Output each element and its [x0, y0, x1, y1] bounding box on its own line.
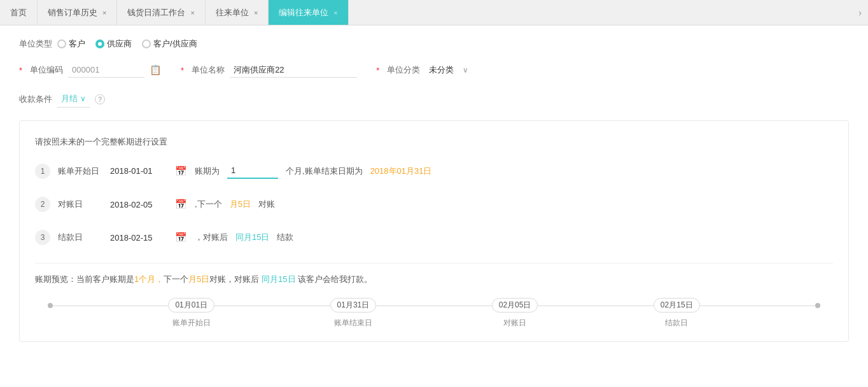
row-cal-1[interactable]: 📅 [175, 165, 187, 177]
preview-suffix: 该客户会给我打款。 [298, 274, 372, 284]
preview-h1: 1个月， [134, 274, 164, 284]
help-icon[interactable]: ? [95, 94, 105, 104]
tab-cashflow-close[interactable]: × [190, 9, 194, 17]
unit-category-label: 单位分类 [387, 64, 420, 76]
radio-customer-circle [57, 39, 66, 48]
unit-category-required: * [376, 66, 379, 75]
unit-name-label: 单位名称 [192, 64, 225, 76]
timeline-label-2: 账单结束日 [334, 318, 372, 328]
preview-m1: 下一个 [164, 274, 188, 284]
tab-sales-history-close[interactable]: × [102, 9, 106, 17]
row-num-1: 1 [35, 164, 50, 179]
timeline-label-3: 对账日 [503, 318, 526, 328]
unit-category-field: * 单位分类 未分类 ∨ [376, 64, 468, 76]
row-period-unit: 个月,账单结束日期为 [286, 165, 363, 177]
radio-group: 客户 供应商 客户/供应商 [57, 38, 197, 50]
preview-h2: 月5日 [188, 274, 209, 284]
unit-type-row: 单位类型 客户 供应商 客户/供应商 [19, 38, 849, 50]
row-date-3: 2018-02-15 [110, 233, 167, 243]
row-desc-3-highlight: 同月15日 [235, 232, 269, 243]
unit-name-field: * 单位名称 [181, 62, 357, 78]
timeline-label-4: 结款日 [665, 318, 688, 328]
radio-customer[interactable]: 客户 [57, 38, 85, 50]
unit-code-input[interactable] [68, 62, 144, 78]
row-period-label: 账期为 [195, 165, 220, 177]
tab-sales-history-label: 销售订单历史 [48, 7, 97, 18]
config-row-2: 2 对账日 2018-02-05 📅 ,下一个月5日对账 [35, 197, 833, 212]
timeline-left-dot [48, 303, 53, 308]
row-date-2: 2018-02-05 [110, 200, 167, 209]
tab-sales-history[interactable]: 销售订单历史 × [38, 0, 117, 25]
row-label-1: 账单开始日 [58, 165, 102, 177]
unit-code-icon[interactable]: 📋 [150, 64, 162, 76]
unit-name-required: * [181, 66, 184, 75]
timeline-node-2: 01月31日 账单结束日 [330, 298, 377, 328]
tab-home[interactable]: 首页 [0, 0, 38, 25]
row-desc-3-prefix: ，对账后 [195, 232, 228, 243]
unit-type-label: 单位类型 [19, 38, 52, 50]
timeline-pill-4: 02月15日 [654, 298, 700, 313]
preview-section: 账期预览：当前客户账期是1个月，下一个月5日对账，对账后 同月15日 该客户会给… [35, 263, 833, 328]
row-label-2: 对账日 [58, 199, 102, 210]
tab-home-label: 首页 [10, 7, 27, 18]
tab-edit-partner[interactable]: 编辑往来单位 × [269, 0, 348, 25]
unit-code-field: * 单位编码 📋 [19, 62, 162, 78]
payment-terms-row: 收款条件 月结 ∨ ? [19, 90, 849, 108]
tab-cashflow[interactable]: 钱货日清工作台 × [117, 0, 205, 25]
row-desc-2-highlight: 月5日 [230, 199, 251, 210]
unit-type-field: 单位类型 客户 供应商 客户/供应商 [19, 38, 197, 50]
config-row-3: 3 结款日 2018-02-15 📅 ，对账后同月15日结款 [35, 230, 833, 245]
timeline-node-3: 02月05日 对账日 [492, 298, 538, 328]
radio-both[interactable]: 客户/供应商 [142, 38, 197, 50]
payment-terms-value: 月结 [61, 93, 78, 104]
radio-supplier-circle [95, 39, 104, 48]
config-row-1: 1 账单开始日 2018-01-01 📅 账期为 个月,账单结束日期为 2018… [35, 163, 833, 179]
preview-m2: 对账，对账后 [209, 274, 259, 284]
row-desc-2-suffix: 对账 [258, 199, 275, 210]
timeline-node-4: 02月15日 结款日 [654, 298, 700, 328]
timeline-start-dot [48, 303, 53, 308]
unit-name-input[interactable] [230, 62, 357, 78]
row-cal-2[interactable]: 📅 [175, 199, 187, 210]
timeline-node-1: 01月01日 账单开始日 [168, 298, 214, 328]
tab-edit-partner-close[interactable]: × [333, 9, 337, 17]
tab-partners[interactable]: 往来单位 × [206, 0, 269, 25]
preview-prefix: 账期预览：当前客户账期是 [35, 274, 134, 284]
radio-both-circle [142, 39, 151, 48]
payment-terms-field: 收款条件 月结 ∨ ? [19, 90, 105, 108]
timeline-wrapper: 01月01日 账单开始日 01月31日 账单结束日 02月05日 对账日 [35, 298, 833, 328]
payment-terms-select[interactable]: 月结 ∨ [57, 90, 90, 108]
timeline-end-dot [815, 303, 820, 308]
config-section: 请按照未来的一个完整帐期进行设置 1 账单开始日 2018-01-01 📅 账期… [19, 120, 849, 342]
preview-h3: 同月15日 [262, 274, 295, 284]
tab-cashflow-label: 钱货日清工作台 [127, 7, 185, 18]
tab-scroll-arrow[interactable]: › [852, 8, 868, 18]
row-desc-2-prefix: ,下一个 [195, 199, 222, 210]
row-num-2: 2 [35, 197, 50, 212]
timeline-pill-2: 01月31日 [330, 298, 377, 313]
payment-terms-dropdown-icon: ∨ [80, 94, 86, 103]
row-desc-3-suffix: 结款 [277, 232, 293, 243]
unit-category-value: 未分类 [429, 64, 454, 76]
code-name-category-row: * 单位编码 📋 * 单位名称 * 单位分类 未分类 ∨ [19, 62, 849, 78]
unit-category-dropdown-icon[interactable]: ∨ [463, 66, 468, 74]
preview-text: 账期预览：当前客户账期是1个月，下一个月5日对账，对账后 同月15日 该客户会给… [35, 274, 833, 285]
period-end-date: 2018年01月31日 [370, 165, 432, 177]
tab-bar: 首页 销售订单历史 × 钱货日清工作台 × 往来单位 × 编辑往来单位 × › [0, 0, 868, 25]
radio-supplier-label: 供应商 [107, 38, 132, 50]
row-cal-3[interactable]: 📅 [175, 232, 187, 243]
radio-supplier[interactable]: 供应商 [95, 38, 132, 50]
radio-both-label: 客户/供应商 [153, 38, 197, 50]
tab-partners-close[interactable]: × [254, 9, 258, 17]
row-date-1: 2018-01-01 [110, 166, 167, 176]
section-instruction: 请按照未来的一个完整帐期进行设置 [35, 136, 833, 148]
tab-partners-label: 往来单位 [216, 7, 249, 18]
timeline: 01月01日 账单开始日 01月31日 账单结束日 02月05日 对账日 [48, 298, 820, 328]
timeline-pill-1: 01月01日 [168, 298, 214, 313]
period-months-input[interactable] [227, 163, 278, 179]
payment-terms-label: 收款条件 [19, 94, 52, 105]
timeline-label-1: 账单开始日 [172, 318, 211, 328]
timeline-pill-3: 02月05日 [492, 298, 538, 313]
unit-code-label: 单位编码 [30, 64, 63, 76]
row-num-3: 3 [35, 230, 50, 245]
